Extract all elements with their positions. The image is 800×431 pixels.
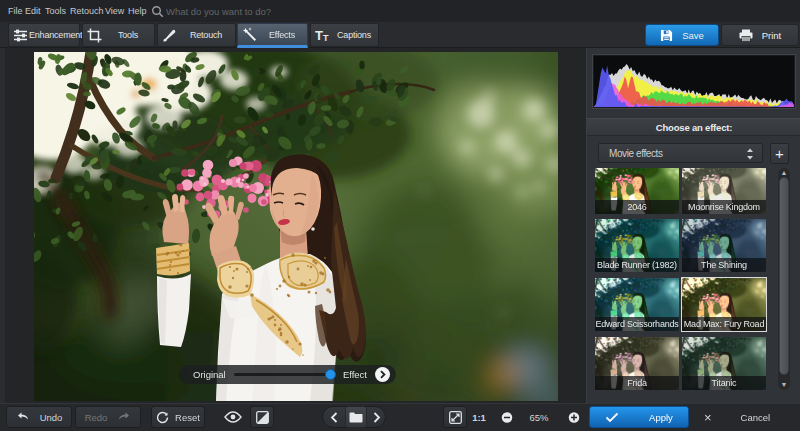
- svg-text:T: T: [323, 33, 329, 43]
- svg-text:T: T: [315, 28, 323, 43]
